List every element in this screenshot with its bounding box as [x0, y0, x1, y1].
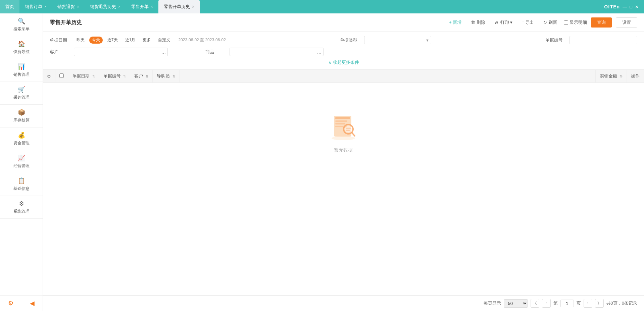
- tab-return-close[interactable]: ×: [77, 4, 79, 9]
- sidebar-item-search-label: 搜索采单: [13, 26, 30, 32]
- tab-retail-label: 零售开单: [131, 4, 149, 10]
- sidebar-item-finance[interactable]: 💰 资金管理: [0, 127, 43, 150]
- svg-point-0: [332, 136, 355, 140]
- col-number-sort: ⇅: [123, 74, 126, 78]
- tab-return-history-label: 销货退货历史: [90, 4, 116, 10]
- table-body: 暂无数据: [43, 83, 644, 167]
- sidebar-settings-icon[interactable]: ⚙: [8, 300, 13, 307]
- window-close[interactable]: ✕: [635, 4, 639, 9]
- col-number[interactable]: 单据编号 ⇅: [99, 70, 130, 83]
- col-date-sort: ⇅: [92, 74, 95, 78]
- tab-retail-history[interactable]: 零售开单历史 ×: [158, 0, 200, 13]
- system-icon: ⚙: [19, 200, 24, 207]
- add-button[interactable]: + 新增: [446, 18, 464, 27]
- customer-input-wrap: ...: [74, 48, 168, 56]
- type-filter-label: 单据类型: [340, 37, 359, 43]
- sidebar-item-inventory[interactable]: 📦 库存核算: [0, 105, 43, 127]
- date-opt-1month[interactable]: 近1月: [122, 37, 138, 44]
- last-page-button[interactable]: 》: [595, 299, 604, 308]
- sidebar-item-search[interactable]: 🔍 搜索采单: [0, 13, 43, 36]
- tab-retail-history-close[interactable]: ×: [192, 4, 194, 9]
- col-number-label: 单据编号: [103, 73, 121, 79]
- col-action: 操作: [627, 70, 644, 83]
- tab-retail[interactable]: 零售开单 ×: [126, 0, 158, 13]
- filter-panel: 单据日期 昨天 今天 近7天 近1月 更多 自定义 2023-06-02 至 2…: [43, 32, 644, 70]
- sidebar: 🔍 搜索采单 🏠 快捷导航 📊 销售管理 🛒 采购管理 📦 库存核算 💰 资金管…: [0, 13, 43, 311]
- empty-illustration: [327, 110, 360, 143]
- date-opt-7days[interactable]: 近7天: [105, 37, 120, 44]
- sidebar-collapse-icon[interactable]: ◀: [30, 300, 35, 307]
- tab-return-history[interactable]: 销货退货历史 ×: [85, 0, 126, 13]
- goods-input[interactable]: [230, 48, 324, 56]
- tab-sales-order-close[interactable]: ×: [44, 4, 47, 9]
- sidebar-item-system-label: 系统管理: [13, 209, 30, 214]
- col-salesperson[interactable]: 导购员 ⇅: [152, 70, 179, 83]
- sales-icon: 📊: [18, 63, 25, 70]
- sidebar-item-sales[interactable]: 📊 销售管理: [0, 59, 43, 82]
- goods-dots-icon[interactable]: ...: [317, 49, 321, 55]
- sidebar-item-basic-info[interactable]: 📋 基础信息: [0, 173, 43, 196]
- current-page-input[interactable]: [560, 300, 574, 307]
- goods-input-wrap: ...: [230, 48, 324, 56]
- basic-info-icon: 📋: [18, 177, 25, 185]
- delete-button[interactable]: 🗑 删除: [468, 18, 488, 27]
- sidebar-item-purchase[interactable]: 🛒 采购管理: [0, 82, 43, 105]
- tab-return[interactable]: 销货退货 ×: [52, 0, 85, 13]
- refresh-button[interactable]: ↻ 刷新: [541, 18, 560, 27]
- window-maximize[interactable]: □: [630, 4, 632, 9]
- sidebar-item-operations[interactable]: 📈 经营管理: [0, 150, 43, 173]
- col-salesperson-sort: ⇅: [172, 74, 175, 78]
- tab-retail-close[interactable]: ×: [151, 4, 153, 9]
- customer-dots-icon[interactable]: ...: [161, 49, 166, 55]
- first-page-button[interactable]: 《: [531, 299, 539, 308]
- page-suffix: 页: [577, 300, 581, 306]
- empty-text: 暂无数据: [334, 147, 353, 153]
- settings-button[interactable]: 设置: [616, 17, 637, 28]
- tab-sales-order[interactable]: 销售订单 ×: [19, 0, 52, 13]
- sidebar-item-system[interactable]: ⚙ 系统管理: [0, 196, 43, 219]
- pagination-bar: 每页显示 50 10 20 100 ▼ 《 ‹ 第 页 › 》 共0页，0条记录: [43, 295, 644, 311]
- sidebar-item-purchase-label: 采购管理: [13, 95, 30, 100]
- next-page-button[interactable]: ›: [584, 299, 592, 308]
- window-minimize[interactable]: —: [623, 4, 627, 9]
- table-area: ⚙ 单据日期 ⇅ 单据编号 ⇅ 客户: [43, 70, 644, 295]
- display-detail-checkbox-wrap[interactable]: 显示明细: [564, 19, 587, 25]
- col-check[interactable]: [55, 70, 68, 83]
- date-opt-more[interactable]: 更多: [140, 37, 153, 44]
- goods-filter-label: 商品: [205, 49, 224, 55]
- display-detail-checkbox[interactable]: [564, 20, 568, 25]
- collapse-button[interactable]: ∧ 收起更多条件: [50, 59, 637, 65]
- date-opt-today[interactable]: 今天: [89, 37, 103, 44]
- sidebar-bottom: ⚙ ◀: [0, 295, 43, 311]
- sidebar-item-finance-label: 资金管理: [13, 140, 30, 146]
- prev-page-button[interactable]: ‹: [542, 299, 551, 308]
- col-salesperson-label: 导购员: [157, 73, 170, 79]
- select-all-checkbox[interactable]: [59, 73, 64, 78]
- customer-input[interactable]: [74, 48, 168, 56]
- export-button[interactable]: ↑ 导出: [519, 18, 537, 27]
- content-area: 零售开单历史 + 新增 🗑 删除 🖨 打印 ▾ ↑ 导出 ↻ 刷新 显示明细 查…: [43, 13, 644, 311]
- type-select[interactable]: [364, 36, 431, 44]
- sidebar-item-operations-label: 经营管理: [13, 163, 30, 169]
- tab-return-history-close[interactable]: ×: [118, 4, 120, 9]
- date-filter-label: 单据日期: [50, 37, 68, 43]
- tab-home[interactable]: 首页: [0, 0, 19, 13]
- col-action-label: 操作: [631, 73, 640, 79]
- col-date[interactable]: 单据日期 ⇅: [68, 70, 99, 83]
- inventory-icon: 📦: [18, 109, 25, 116]
- print-button[interactable]: 🖨 打印 ▾: [492, 18, 515, 27]
- col-amount[interactable]: 实销金额 ⇅: [596, 70, 627, 83]
- date-options: 昨天 今天 近7天 近1月 更多 自定义: [74, 37, 173, 44]
- per-page-select[interactable]: 50 10 20 100: [504, 299, 528, 308]
- col-customer[interactable]: 客户 ⇅: [130, 70, 153, 83]
- table-header: ⚙ 单据日期 ⇅ 单据编号 ⇅ 客户: [43, 70, 644, 83]
- number-input[interactable]: [569, 36, 637, 44]
- number-filter-label: 单据编号: [545, 37, 564, 43]
- col-amount-label: 实销金额: [600, 73, 617, 79]
- date-opt-yesterday[interactable]: 昨天: [74, 37, 87, 44]
- col-settings[interactable]: ⚙: [43, 70, 55, 83]
- date-opt-custom[interactable]: 自定义: [155, 37, 173, 44]
- query-button[interactable]: 查询: [591, 17, 612, 28]
- sidebar-item-nav[interactable]: 🏠 快捷导航: [0, 36, 43, 59]
- svg-rect-3: [335, 120, 347, 122]
